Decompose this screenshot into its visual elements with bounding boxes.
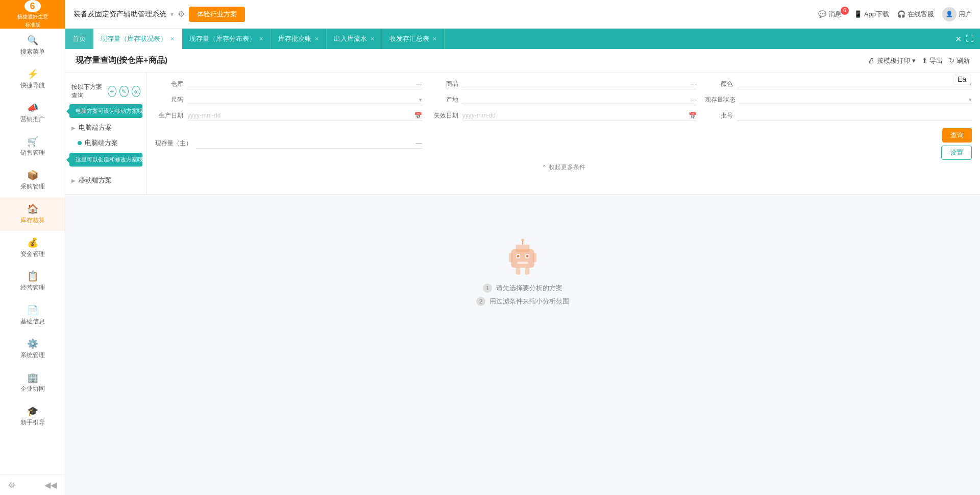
sidebar-item-guide[interactable]: 🎓 新手引导 [0, 399, 65, 433]
sidebar-item-system[interactable]: ⚙️ 系统管理 [0, 332, 65, 366]
svg-rect-6 [517, 262, 528, 264]
stock-status-arrow-icon: ▾ [969, 97, 972, 103]
tooltip-edit: 这里可以创建和修改方案哦 ✕ [69, 153, 142, 167]
goods-field: 商品 ··· [430, 79, 697, 89]
svg-point-5 [526, 255, 529, 257]
goods-input[interactable] [462, 79, 691, 89]
stock-main-input-wrap: — [196, 138, 422, 149]
scheme-pc-child[interactable]: 电脑端方案 [65, 135, 146, 151]
user-menu[interactable]: 👤 用户 [942, 7, 972, 21]
tab-home[interactable]: 首页 [65, 29, 93, 49]
tab-receive-send[interactable]: 收发存汇总表 ✕ [382, 29, 445, 49]
expiry-date-input[interactable] [462, 110, 689, 121]
refresh-icon: ↻ [949, 57, 954, 64]
app-download-button[interactable]: 📱 App下载 [854, 10, 889, 19]
filter-right: 仓库 ··· 商品 ··· 颜色 [147, 73, 980, 194]
sidebar-item-purchase[interactable]: 📦 采购管理 [0, 163, 65, 197]
collapse-row: ⌃ 收起更多条件 [155, 160, 972, 175]
origin-input[interactable] [462, 95, 691, 105]
basic-icon: 📄 [27, 304, 38, 316]
sales-icon: 🛒 [27, 136, 38, 147]
scheme-pc-label: 电脑端方案 [79, 123, 112, 132]
enterprise-icon: 🏢 [27, 372, 38, 383]
filter-label: 按以下方案查询 [71, 83, 105, 100]
tab-in-out-flow[interactable]: 出入库流水 ✕ [327, 29, 382, 49]
warehouse-field: 仓库 ··· [155, 79, 422, 89]
scheme-panel: 按以下方案查询 + ✎ « 电脑方案可设为移动方案哦 ✕ ▶ 电脑端方案 电脑端… [65, 73, 147, 194]
production-date-field: 生产日期 📅 [155, 110, 422, 121]
export-icon: ⬆ [922, 57, 927, 64]
close-tab-receive-send-icon[interactable]: ✕ [432, 36, 437, 42]
logo-icon: 6 [24, 0, 41, 12]
sidebar-item-quick[interactable]: ⚡ 快捷导航 [0, 62, 65, 96]
settings-icon[interactable]: ⚙ [8, 480, 15, 490]
color-field: 颜色 ▾ [705, 79, 972, 89]
scheme-mobile[interactable]: ▶ 移动端方案 [65, 173, 146, 188]
close-tab-inventory-batch-icon[interactable]: ✕ [314, 36, 319, 42]
phone-icon: 📱 [854, 10, 862, 18]
expand-tab-button[interactable]: ⛶ [966, 34, 974, 43]
scheme-pc[interactable]: ▶ 电脑端方案 [65, 120, 146, 135]
stock-status-input[interactable] [740, 95, 969, 105]
sidebar-item-finance[interactable]: 💰 资金管理 [0, 231, 65, 265]
color-input[interactable] [737, 79, 969, 89]
topbar-settings-icon[interactable]: ⚙ [178, 9, 185, 19]
back-scheme-button[interactable]: « [132, 86, 140, 97]
close-tab-inventory-status-icon[interactable]: ✕ [170, 36, 175, 42]
svg-point-12 [521, 239, 524, 241]
sidebar-item-basic[interactable]: 📄 基础信息 [0, 298, 65, 332]
operation-icon: 📋 [27, 271, 38, 282]
expiry-date-cal-icon[interactable]: 📅 [689, 112, 697, 120]
page-content: 现存量查询(按仓库+商品) 🖨 按模板打印 ▾ ⬆ 导出 ↻ 刷新 [65, 49, 980, 495]
add-scheme-button[interactable]: + [108, 86, 116, 97]
notice-icon: 💬 [818, 10, 826, 18]
edit-scheme-button[interactable]: ✎ [119, 86, 128, 97]
system-title: 装备及固定资产辅助管理系统 [74, 10, 166, 19]
warehouse-ellipsis-icon[interactable]: ··· [416, 80, 422, 88]
page-header-actions: 🖨 按模板打印 ▾ ⬆ 导出 ↻ 刷新 [868, 56, 970, 65]
empty-text-1: 请先选择要分析的方案 [496, 284, 562, 293]
search-button[interactable]: 查询 [942, 128, 972, 143]
tab-inventory-batch[interactable]: 库存批次账 ✕ [271, 29, 327, 49]
sidebar-item-search[interactable]: 🔍 搜索菜单 [0, 29, 65, 62]
production-date-cal-icon[interactable]: 📅 [414, 112, 422, 120]
scheme-mobile-label: 移动端方案 [79, 176, 112, 185]
tab-inventory-dist[interactable]: 现存量（库存分布表） ✕ [182, 29, 271, 49]
sidebar-item-enterprise[interactable]: 🏢 企业协同 [0, 366, 65, 399]
batch-no-input-wrap [737, 110, 972, 121]
sidebar-item-marketing[interactable]: 📣 营销推广 [0, 96, 65, 130]
tab-inventory-status[interactable]: 现存量（库存状况表） ✕ [93, 29, 182, 49]
collapse-button[interactable]: ⌃ 收起更多条件 [542, 163, 585, 172]
close-tab-in-out-flow-icon[interactable]: ✕ [370, 36, 375, 42]
size-input[interactable] [187, 95, 419, 105]
export-button[interactable]: ⬆ 导出 [922, 56, 943, 65]
collapse-up-icon: ⌃ [542, 164, 547, 171]
refresh-button[interactable]: ↻ 刷新 [949, 56, 970, 65]
trial-button[interactable]: 体验行业方案 [189, 7, 245, 22]
finance-icon: 💰 [27, 237, 38, 248]
notice-button[interactable]: 💬 消息 6 [818, 10, 846, 19]
production-date-input[interactable] [187, 110, 414, 121]
print-button[interactable]: 🖨 按模板打印 ▾ [868, 56, 916, 65]
empty-hint-1: 1 请先选择要分析的方案 [483, 284, 562, 293]
color-input-wrap: ▾ [737, 79, 972, 89]
origin-ellipsis-icon[interactable]: ··· [691, 96, 697, 104]
goods-ellipsis-icon[interactable]: ··· [691, 80, 697, 88]
close-all-tabs-button[interactable]: ✕ [955, 34, 962, 44]
batch-no-input[interactable] [737, 110, 972, 121]
sidebar-item-operation[interactable]: 📋 经营管理 [0, 265, 65, 298]
print-icon: 🖨 [868, 57, 875, 64]
sidebar-item-sales[interactable]: 🛒 销售管理 [0, 130, 65, 163]
close-tooltip-pc-button[interactable]: ✕ [147, 108, 152, 115]
sidebar-item-inventory[interactable]: 🏠 库存核算 [0, 197, 65, 231]
size-field: 尺码 ▾ [155, 95, 422, 105]
close-tooltip-edit-button[interactable]: ✕ [147, 156, 152, 163]
topbar-right: 💬 消息 6 📱 App下载 🎧 在线客服 👤 用户 [818, 7, 972, 21]
collapse-sidebar-icon[interactable]: ◀◀ [44, 480, 57, 490]
reset-button[interactable]: 设置 [941, 146, 972, 160]
stock-main-input[interactable] [196, 138, 416, 148]
close-tab-inventory-dist-icon[interactable]: ✕ [259, 36, 263, 42]
topbar-left: 装备及固定资产辅助管理系统 ▾ ⚙ 体验行业方案 [74, 7, 245, 22]
warehouse-input[interactable] [187, 79, 416, 89]
online-service-button[interactable]: 🎧 在线客服 [897, 10, 934, 19]
